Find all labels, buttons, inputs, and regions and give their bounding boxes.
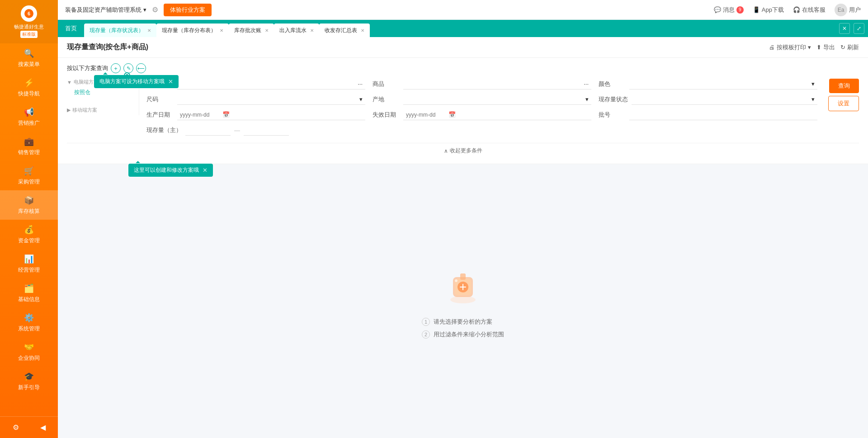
sidebar-item-search[interactable]: 🔍 搜索菜单 — [0, 43, 58, 73]
sidebar-item-finance[interactable]: 💰 资金管理 — [0, 220, 58, 249]
produce-date-label: 生产日期 — [146, 111, 174, 119]
tab-close-stock-status[interactable]: ✕ — [147, 28, 151, 33]
scheme-spacer — [67, 98, 135, 107]
produce-date-start[interactable] — [180, 112, 221, 118]
filter-field-stock-qty: 现存量（主） — — [146, 125, 289, 136]
calendar-icon-start[interactable]: 📅 — [222, 111, 230, 118]
top-header: 装备及固定资产辅助管理系统 ▾ ⚙ 体验行业方案 💬 消息 9 📱 App下载 … — [58, 0, 868, 20]
stock-qty-start[interactable] — [185, 125, 231, 136]
desktop-scheme-arrow[interactable]: ▼ — [67, 80, 72, 85]
batch-input[interactable] — [629, 109, 817, 120]
step-2-text: 用过滤条件来缩小分析范围 — [434, 330, 504, 339]
tab-close-batch-ledger[interactable]: ✕ — [265, 28, 269, 33]
search-icon: 🔍 — [24, 48, 34, 59]
warehouse-select[interactable]: ··· — [177, 79, 365, 89]
refresh-btn[interactable]: ↻ 刷新 — [840, 43, 859, 52]
tab-bar-end: ✕ ⤢ — [839, 23, 868, 34]
notification-btn[interactable]: 💬 消息 9 — [714, 6, 744, 14]
tab-close-stock-dist[interactable]: ✕ — [220, 28, 223, 33]
page-content: 现存量查询(按仓库+商品) 🖨 按模板打印 ▾ ⬆ 导出 ↻ 刷新 — [58, 37, 868, 438]
app-download-btn[interactable]: 📱 App下载 — [753, 6, 784, 14]
tab-bar: 首页 现存量（库存状况表） ✕ 现存量（库存分布表） ✕ 库存批次账 ✕ 出入库… — [58, 20, 868, 37]
sidebar: 6 畅捷通好生意 标准版 🔍 搜索菜单 ⚡ 快捷导航 📢 营销推广 💼 销售管理… — [0, 0, 58, 438]
filter-back-btn[interactable]: ⟵ — [136, 63, 146, 73]
top-header-left: 装备及固定资产辅助管理系统 ▾ ⚙ 体验行业方案 — [65, 4, 212, 16]
collapse-more-btn[interactable]: ∧ 收起更多条件 — [67, 143, 859, 158]
empty-state: 1 请先选择要分析的方案 2 用过滤条件来缩小分析范围 — [58, 164, 868, 438]
origin-select[interactable]: ▾ — [403, 94, 591, 105]
sidebar-settings-btn[interactable]: ⚙ — [11, 421, 21, 433]
filter-add-btn[interactable]: + — [111, 63, 121, 73]
tab-stock-status[interactable]: 现存量（库存状况表） ✕ — [84, 24, 156, 37]
size-select[interactable]: ▾ — [177, 94, 365, 105]
step-num-2: 2 — [422, 330, 430, 339]
marketing-icon: 📢 — [24, 107, 34, 118]
mobile-scheme-arrow[interactable]: ▶ — [67, 107, 71, 113]
refresh-label: 刷新 — [847, 43, 859, 52]
tab-close-recv-summary[interactable]: ✕ — [361, 28, 364, 33]
sidebar-item-basic[interactable]: 🗂️ 基础信息 — [0, 278, 58, 308]
sidebar-item-label-search: 搜索菜单 — [18, 61, 40, 68]
color-select[interactable]: ▾ — [629, 79, 817, 89]
system-title: 装备及固定资产辅助管理系统 — [65, 6, 142, 14]
reset-btn[interactable]: 设置 — [828, 96, 859, 111]
sidebar-item-label-purchase: 采购管理 — [18, 178, 40, 186]
online-support-btn[interactable]: 🎧 在线客服 — [793, 6, 826, 14]
sidebar-item-system[interactable]: ⚙️ 系统管理 — [0, 308, 58, 337]
color-dropdown-icon: ▾ — [811, 80, 815, 87]
scheme-tooltip2-close[interactable]: ✕ — [203, 167, 208, 174]
stock-qty-end[interactable] — [244, 125, 289, 136]
calendar-icon-expire[interactable]: 📅 — [448, 111, 456, 118]
headset-icon: 🎧 — [793, 6, 800, 13]
filter-actions: 查询 设置 — [823, 79, 859, 111]
filter-grid: 仓库 ··· 商品 ··· — [146, 79, 817, 139]
tab-close-all-btn[interactable]: ✕ — [839, 23, 850, 34]
sidebar-item-sales[interactable]: 💼 销售管理 — [0, 132, 58, 161]
tab-inout-flow[interactable]: 出入库流水 ✕ — [274, 24, 319, 37]
page-header: 现存量查询(按仓库+商品) 🖨 按模板打印 ▾ ⬆ 导出 ↻ 刷新 — [58, 37, 868, 58]
scheme-item-anjicang[interactable]: 按照仓 — [67, 87, 135, 98]
expire-date-start[interactable] — [406, 112, 447, 118]
filter-row-4: 现存量（主） — — [146, 125, 817, 136]
sidebar-item-management[interactable]: 📊 经营管理 — [0, 249, 58, 278]
filter-field-produce-date: 生产日期 📅 — [146, 109, 365, 120]
tab-batch-ledger[interactable]: 库存批次账 ✕ — [229, 24, 274, 37]
product-select[interactable]: ··· — [403, 79, 591, 89]
sidebar-item-inventory[interactable]: 📦 库存核算 — [0, 190, 58, 220]
settings-gear-btn[interactable]: ⚙ — [152, 5, 158, 14]
filter-label: 按以下方案查询 — [67, 64, 108, 72]
tab-home[interactable]: 首页 — [58, 20, 84, 37]
sidebar-item-quicknav[interactable]: ⚡ 快捷导航 — [0, 73, 58, 102]
product-label: 商品 — [373, 80, 400, 88]
tab-close-inout-flow[interactable]: ✕ — [310, 28, 314, 33]
export-icon: ⬆ — [816, 44, 821, 51]
filter-field-expire-date: 失效日期 📅 — [373, 109, 591, 120]
filter-edit-btn[interactable]: ✎ — [123, 63, 133, 73]
sidebar-item-guide[interactable]: 🎓 新手引导 — [0, 367, 58, 396]
experience-btn[interactable]: 体验行业方案 — [164, 4, 212, 16]
tab-fullscreen-btn[interactable]: ⤢ — [854, 23, 864, 34]
finance-icon: 💰 — [24, 224, 34, 235]
sidebar-item-enterprise[interactable]: 🤝 企业协同 — [0, 337, 58, 367]
inventory-icon: 📦 — [24, 195, 34, 206]
user-profile-btn[interactable]: Ea 用户 — [835, 4, 861, 16]
stock-status-select[interactable]: ▾ — [632, 94, 817, 105]
batch-label: 批号 — [599, 111, 626, 119]
export-btn[interactable]: ⬆ 导出 — [816, 43, 835, 52]
sidebar-item-purchase[interactable]: 🛒 采购管理 — [0, 161, 58, 190]
tab-recv-summary[interactable]: 收发存汇总表 ✕ — [319, 24, 370, 37]
scheme-tooltip-close[interactable]: ✕ — [168, 78, 173, 85]
sidebar-collapse-btn[interactable]: ◀ — [38, 421, 47, 433]
empty-steps: 1 请先选择要分析的方案 2 用过滤条件来缩小分析范围 — [422, 318, 504, 339]
filter-toolbar: + ✎ ⟵ — [111, 63, 146, 73]
sidebar-item-marketing[interactable]: 📢 营销推广 — [0, 102, 58, 132]
tab-stock-status-label: 现存量（库存状况表） — [90, 27, 144, 34]
tab-stock-dist[interactable]: 现存量（库存分布表） ✕ — [156, 24, 229, 37]
svg-rect-6 — [460, 273, 466, 280]
system-select[interactable]: 装备及固定资产辅助管理系统 ▾ — [65, 6, 146, 14]
notification-icon: 💬 — [714, 6, 721, 13]
filter-field-color: 颜色 ▾ — [599, 79, 817, 89]
print-btn[interactable]: 🖨 按模板打印 ▾ — [769, 43, 811, 52]
user-avatar-text: Ea — [838, 7, 844, 13]
query-btn[interactable]: 查询 — [829, 79, 859, 93]
